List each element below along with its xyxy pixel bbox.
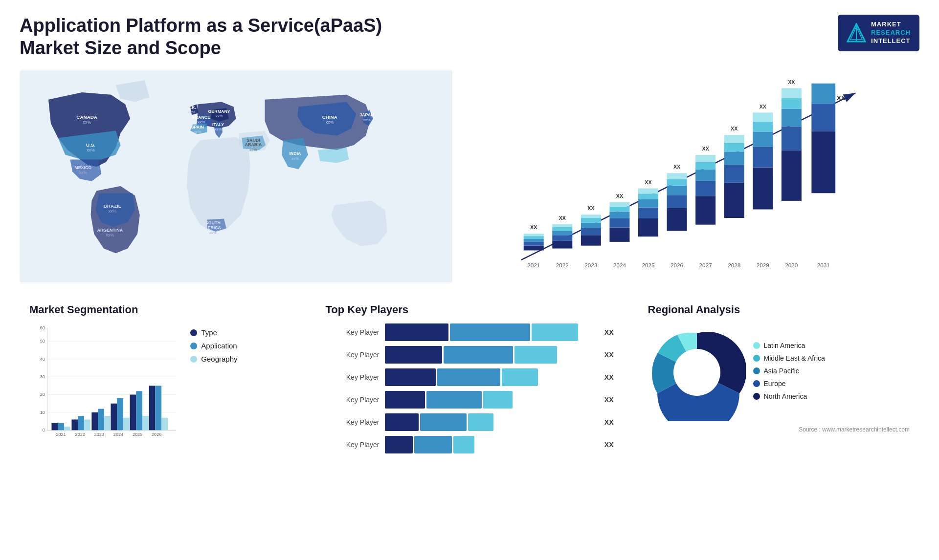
svg-rect-25 xyxy=(524,239,544,242)
svg-text:2023: 2023 xyxy=(94,432,104,437)
player-xx-1: XX xyxy=(604,328,614,336)
svg-text:0: 0 xyxy=(43,428,45,432)
mea-dot xyxy=(753,355,760,362)
svg-rect-48 xyxy=(609,202,629,207)
svg-rect-58 xyxy=(667,208,687,231)
svg-rect-82 xyxy=(753,122,773,132)
svg-text:20: 20 xyxy=(40,392,45,397)
svg-text:xx%: xx% xyxy=(108,209,116,214)
svg-rect-66 xyxy=(695,181,715,196)
donut-wrap xyxy=(648,323,746,423)
asia-pacific-dot xyxy=(753,367,760,374)
player-bar-seg-3a xyxy=(385,368,436,386)
svg-rect-41 xyxy=(581,215,601,218)
bar-chart-container: XX 2021 XX 2022 XX 2023 XX 20 xyxy=(467,69,919,284)
svg-text:2026: 2026 xyxy=(671,262,683,268)
svg-text:xx%: xx% xyxy=(216,114,223,118)
player-bar-1 xyxy=(385,323,596,341)
player-row-1: Key Player XX xyxy=(325,323,613,341)
latin-america-dot xyxy=(753,342,760,349)
svg-rect-67 xyxy=(695,170,715,181)
svg-text:2022: 2022 xyxy=(556,262,569,268)
svg-rect-95 xyxy=(811,84,835,104)
svg-rect-55 xyxy=(638,189,658,194)
player-bar-seg-6a xyxy=(385,436,412,453)
svg-rect-30 xyxy=(552,241,572,249)
seg-area: 0 10 20 30 40 50 60 xyxy=(29,323,291,450)
svg-rect-47 xyxy=(609,207,629,212)
svg-rect-131 xyxy=(136,391,142,430)
player-bar-seg-3c xyxy=(502,368,537,386)
svg-text:xx%: xx% xyxy=(291,156,299,161)
player-label-4: Key Player xyxy=(325,396,379,404)
player-row-2: Key Player XX xyxy=(325,346,613,364)
svg-text:30: 30 xyxy=(40,374,45,379)
player-bar-seg-6c xyxy=(453,436,474,453)
donut-legend: Latin America Middle East & Africa Asia … xyxy=(753,342,910,405)
svg-rect-34 xyxy=(552,224,572,227)
svg-text:2029: 2029 xyxy=(757,262,769,268)
france-label: FRANCE xyxy=(192,115,210,120)
svg-text:xx%: xx% xyxy=(194,129,201,134)
svg-rect-89 xyxy=(782,98,802,108)
svg-text:xx%: xx% xyxy=(198,120,205,124)
player-row-5: Key Player XX xyxy=(325,413,613,431)
segmentation-title: Market Segmentation xyxy=(29,303,291,316)
geography-dot xyxy=(190,356,197,363)
donut-area: Latin America Middle East & Africa Asia … xyxy=(648,323,910,423)
svg-text:XX: XX xyxy=(616,193,624,199)
svg-text:2025: 2025 xyxy=(133,432,142,437)
player-bar-seg-3b xyxy=(437,368,500,386)
svg-text:2030: 2030 xyxy=(785,262,798,268)
seg-chart-svg: 0 10 20 30 40 50 60 xyxy=(29,323,180,448)
svg-rect-69 xyxy=(695,155,715,162)
us-label: U.S. xyxy=(86,142,95,148)
legend-europe: Europe xyxy=(753,380,910,388)
svg-text:2027: 2027 xyxy=(699,262,712,268)
player-bar-seg-4a xyxy=(385,391,425,409)
player-label-6: Key Player xyxy=(325,441,379,449)
svg-rect-38 xyxy=(581,228,601,236)
player-row-3: Key Player XX xyxy=(325,368,613,386)
svg-text:XX: XX xyxy=(837,94,846,102)
type-dot xyxy=(190,329,197,336)
china-label: CHINA xyxy=(322,114,337,120)
svg-rect-127 xyxy=(117,398,123,430)
svg-rect-81 xyxy=(753,132,773,147)
players-rows: Key Player XX Key Player XX Key Play xyxy=(325,323,613,453)
svg-text:ARABIA: ARABIA xyxy=(245,142,262,147)
argentina-label: ARGENTINA xyxy=(97,228,123,233)
svg-text:60: 60 xyxy=(40,325,45,330)
svg-rect-122 xyxy=(91,412,98,430)
svg-text:XX: XX xyxy=(731,126,738,132)
svg-text:xx%: xx% xyxy=(83,120,91,125)
svg-text:XX: XX xyxy=(530,225,537,231)
svg-rect-79 xyxy=(753,168,773,210)
svg-rect-45 xyxy=(609,218,629,228)
source-text: Source : www.marketresearchintellect.com xyxy=(648,426,910,433)
svg-rect-94 xyxy=(811,104,835,131)
svg-text:XX: XX xyxy=(645,179,652,185)
legend-mea: Middle East & Africa xyxy=(753,354,910,362)
svg-text:2031: 2031 xyxy=(817,262,830,268)
svg-text:2025: 2025 xyxy=(642,262,655,268)
svg-rect-120 xyxy=(84,420,90,431)
seg-chart-wrap: 0 10 20 30 40 50 60 xyxy=(29,323,180,450)
svg-rect-74 xyxy=(724,152,744,165)
svg-text:2024: 2024 xyxy=(613,262,626,268)
legend-type: Type xyxy=(190,328,291,337)
svg-rect-134 xyxy=(149,386,156,431)
svg-rect-60 xyxy=(667,186,687,195)
svg-rect-68 xyxy=(695,162,715,170)
player-bar-seg-5c xyxy=(468,413,493,431)
svg-rect-31 xyxy=(552,235,572,241)
svg-rect-65 xyxy=(695,196,715,225)
player-xx-3: XX xyxy=(604,373,614,381)
svg-text:2023: 2023 xyxy=(584,262,597,268)
svg-rect-76 xyxy=(724,135,744,143)
player-bar-6 xyxy=(385,436,596,453)
svg-text:xx%: xx% xyxy=(87,148,95,152)
svg-rect-123 xyxy=(98,409,104,431)
player-bar-seg-6b xyxy=(414,436,452,453)
svg-text:xx%: xx% xyxy=(215,127,222,131)
